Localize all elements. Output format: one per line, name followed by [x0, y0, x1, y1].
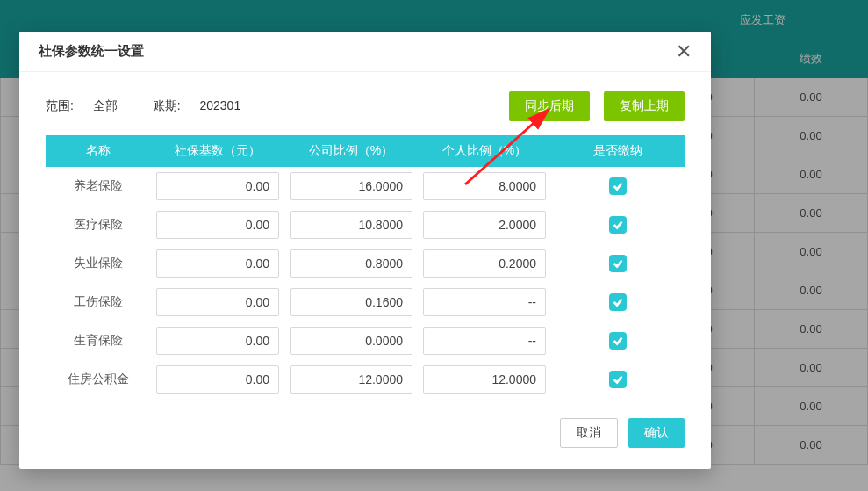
th-base: 社保基数（元）: [151, 143, 284, 159]
insurance-row: 住房公积金: [46, 360, 685, 399]
pay-checkbox[interactable]: [609, 371, 627, 388]
copy-prev-button[interactable]: 复制上期: [604, 91, 685, 121]
company-rate-input[interactable]: [290, 211, 412, 239]
personal-rate-input[interactable]: [423, 249, 546, 278]
insurance-row: 生育保险: [46, 321, 685, 360]
confirm-button[interactable]: 确认: [628, 418, 685, 448]
social-insurance-modal: 社保参数统一设置 ✕ 范围: 全部 账期: 202301 同步后期 复制上期 名…: [19, 32, 711, 469]
row-name: 失业保险: [46, 256, 151, 271]
personal-rate-input[interactable]: [423, 365, 546, 394]
base-input[interactable]: [156, 172, 279, 200]
row-name: 工伤保险: [46, 294, 151, 310]
pay-checkbox[interactable]: [609, 332, 627, 350]
personal-rate-input[interactable]: [423, 172, 546, 200]
th-name: 名称: [46, 143, 151, 159]
company-rate-input[interactable]: [290, 172, 412, 200]
pay-checkbox[interactable]: [609, 216, 627, 234]
th-personal: 个人比例（%）: [418, 143, 551, 159]
pay-checkbox[interactable]: [609, 177, 627, 195]
row-name: 住房公积金: [46, 372, 151, 387]
insurance-row: 工伤保险: [46, 283, 685, 321]
base-input[interactable]: [156, 327, 279, 355]
insurance-row: 养老保险: [46, 167, 685, 206]
modal-scope-info: 范围: 全部 账期: 202301: [46, 98, 272, 114]
base-input[interactable]: [156, 365, 279, 394]
base-input[interactable]: [156, 288, 279, 316]
th-pay: 是否缴纳: [551, 143, 685, 159]
insurance-row: 医疗保险: [46, 206, 685, 244]
base-input[interactable]: [156, 249, 279, 278]
company-rate-input[interactable]: [290, 288, 412, 316]
company-rate-input[interactable]: [290, 249, 412, 278]
cancel-button[interactable]: 取消: [560, 418, 618, 448]
th-company: 公司比例（%）: [284, 143, 418, 159]
row-name: 养老保险: [46, 178, 151, 194]
company-rate-input[interactable]: [290, 327, 412, 355]
personal-rate-input[interactable]: [423, 327, 546, 355]
insurance-table: 名称 社保基数（元） 公司比例（%） 个人比例（%） 是否缴纳 养老保险医疗保险…: [46, 135, 685, 399]
row-name: 生育保险: [46, 333, 151, 349]
company-rate-input[interactable]: [290, 365, 412, 394]
close-icon[interactable]: ✕: [676, 42, 692, 61]
sync-later-button[interactable]: 同步后期: [509, 91, 590, 121]
personal-rate-input[interactable]: [423, 211, 546, 239]
pay-checkbox[interactable]: [609, 255, 627, 272]
row-name: 医疗保险: [46, 217, 151, 233]
pay-checkbox[interactable]: [609, 293, 627, 311]
insurance-row: 失业保险: [46, 244, 685, 283]
personal-rate-input[interactable]: [423, 288, 546, 316]
modal-title: 社保参数统一设置: [39, 43, 144, 60]
base-input[interactable]: [156, 211, 279, 239]
page-root: 应发工资 绩效 000.00000.00000.00000.00000.0000…: [0, 0, 868, 491]
